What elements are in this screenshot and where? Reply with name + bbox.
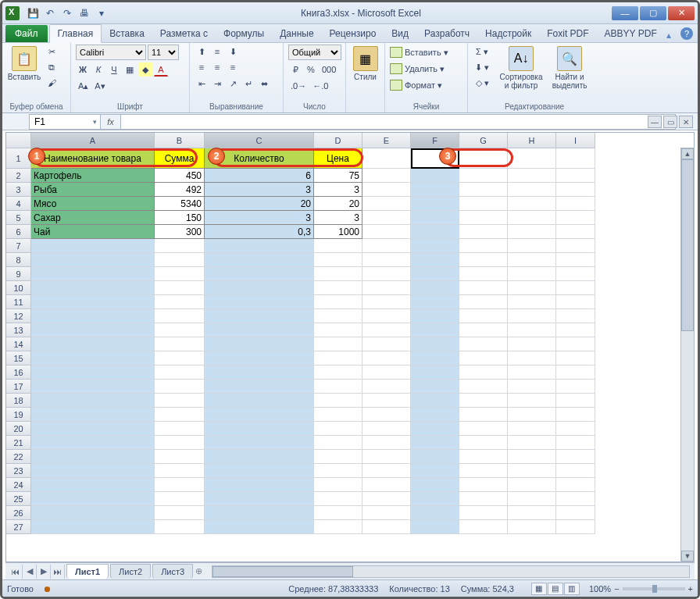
cell[interactable]: [459, 380, 508, 394]
orientation-button[interactable]: ↗: [226, 77, 240, 91]
row-header[interactable]: 25: [6, 492, 31, 506]
cell[interactable]: [556, 520, 595, 534]
cell[interactable]: [411, 323, 459, 337]
cell[interactable]: [31, 295, 155, 309]
autosum-button[interactable]: Σ ▾: [473, 45, 491, 59]
cell[interactable]: [508, 506, 556, 520]
cell[interactable]: [556, 408, 595, 422]
cell[interactable]: [556, 148, 595, 169]
cell[interactable]: [155, 520, 205, 534]
cell[interactable]: [205, 506, 314, 520]
cell[interactable]: [508, 197, 556, 211]
cell[interactable]: [508, 281, 556, 295]
horizontal-scrollbar[interactable]: [212, 565, 690, 578]
tab-page-layout[interactable]: Разметка с: [152, 25, 216, 42]
zoom-out-button[interactable]: −: [614, 584, 619, 594]
qat-save-icon[interactable]: 💾: [25, 5, 41, 21]
cell[interactable]: [205, 436, 314, 450]
cell[interactable]: [155, 394, 205, 408]
row-header[interactable]: 1: [6, 148, 31, 169]
tab-insert[interactable]: Вставка: [102, 25, 152, 42]
cell[interactable]: [411, 492, 459, 506]
cell[interactable]: [31, 464, 155, 478]
cell[interactable]: [314, 323, 362, 337]
cell[interactable]: [411, 408, 459, 422]
column-header-A[interactable]: A: [31, 133, 155, 148]
tab-data[interactable]: Данные: [272, 25, 321, 42]
cell[interactable]: [556, 183, 595, 197]
currency-button[interactable]: ₽: [288, 62, 302, 77]
tab-developer[interactable]: Разработч: [416, 25, 477, 42]
cell[interactable]: [155, 351, 205, 365]
cell[interactable]: [362, 422, 411, 436]
cell[interactable]: 5340: [155, 197, 205, 211]
cell[interactable]: [155, 380, 205, 394]
column-header-H[interactable]: H: [508, 133, 556, 148]
align-right-button[interactable]: ≡: [226, 60, 240, 74]
cell[interactable]: [508, 267, 556, 281]
tab-formulas[interactable]: Формулы: [216, 25, 272, 42]
cell[interactable]: [411, 309, 459, 323]
cell[interactable]: [459, 281, 508, 295]
cell[interactable]: [205, 408, 314, 422]
cell[interactable]: Рыба: [31, 183, 155, 197]
zoom-slider[interactable]: [623, 587, 685, 590]
cell[interactable]: [508, 148, 556, 169]
cell[interactable]: [362, 464, 411, 478]
cell[interactable]: [459, 225, 508, 239]
column-header-B[interactable]: B: [155, 133, 205, 148]
cell[interactable]: [314, 380, 362, 394]
row-header[interactable]: 8: [6, 253, 31, 267]
cell[interactable]: [155, 408, 205, 422]
cell[interactable]: [556, 450, 595, 464]
row-header[interactable]: 15: [6, 351, 31, 365]
cell[interactable]: [362, 183, 411, 197]
insert-function-button[interactable]: fx: [101, 114, 121, 130]
cell[interactable]: [31, 267, 155, 281]
column-header-E[interactable]: E: [362, 133, 411, 148]
cell[interactable]: [362, 239, 411, 253]
cell[interactable]: 150: [155, 211, 205, 225]
cell[interactable]: [508, 380, 556, 394]
cell[interactable]: [362, 323, 411, 337]
cell[interactable]: [31, 365, 155, 380]
cell[interactable]: Мясо: [31, 197, 155, 211]
cell[interactable]: [556, 380, 595, 394]
ribbon-minimize-icon[interactable]: ▴: [661, 27, 677, 43]
doc-minimize-button[interactable]: —: [648, 116, 662, 128]
cell[interactable]: 3: [314, 211, 362, 225]
cell[interactable]: [362, 520, 411, 534]
cell[interactable]: [362, 295, 411, 309]
cell[interactable]: [314, 506, 362, 520]
cell[interactable]: [459, 478, 508, 492]
cell[interactable]: [362, 169, 411, 183]
row-header[interactable]: 27: [6, 520, 31, 534]
cell[interactable]: [459, 436, 508, 450]
zoom-level[interactable]: 100%: [589, 584, 611, 594]
cell[interactable]: [155, 365, 205, 380]
align-middle-button[interactable]: ≡: [210, 45, 224, 59]
row-header[interactable]: 17: [6, 380, 31, 394]
cell[interactable]: [362, 436, 411, 450]
cell[interactable]: [362, 351, 411, 365]
cell[interactable]: [459, 239, 508, 253]
row-header[interactable]: 3: [6, 183, 31, 197]
row-header[interactable]: 13: [6, 323, 31, 337]
cell[interactable]: [508, 351, 556, 365]
window-minimize-button[interactable]: —: [612, 6, 638, 20]
cell[interactable]: [31, 492, 155, 506]
cell[interactable]: [411, 295, 459, 309]
cell[interactable]: 1000: [314, 225, 362, 239]
hscroll-thumb[interactable]: [212, 566, 353, 577]
tab-review[interactable]: Рецензиро: [322, 25, 384, 42]
cell[interactable]: 3: [205, 183, 314, 197]
cell[interactable]: [556, 337, 595, 351]
cell[interactable]: [155, 267, 205, 281]
row-header[interactable]: 12: [6, 309, 31, 323]
cell[interactable]: [508, 520, 556, 534]
find-select-button[interactable]: 🔍 Найти и выделить: [548, 45, 591, 90]
border-button[interactable]: ▦: [123, 62, 137, 77]
cell[interactable]: [508, 295, 556, 309]
cell[interactable]: [31, 520, 155, 534]
cell[interactable]: [155, 253, 205, 267]
